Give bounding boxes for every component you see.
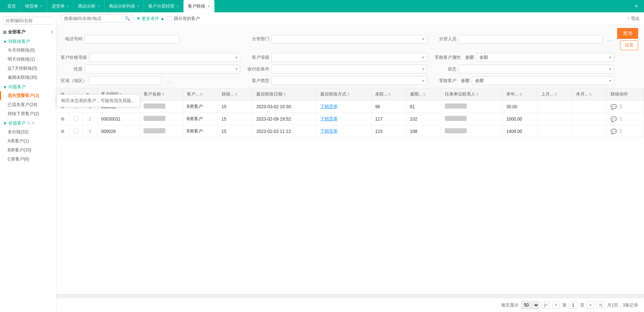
nature-select[interactable]: [85, 65, 240, 73]
main-search-button[interactable]: 🔍: [125, 16, 130, 21]
filter-cell-custtype: 客户类型 ▼: [247, 76, 427, 85]
filter-row-4: 区域（地区） … 客户类型 ▼ 零散客户 全部 全部 ▼: [61, 76, 640, 85]
level-select[interactable]: [271, 53, 427, 62]
sort-notcontact-icon: ⇅: [388, 93, 391, 96]
row-this-month: [572, 113, 607, 125]
row-name: [140, 125, 183, 138]
window-close-button[interactable]: ✕: [632, 4, 641, 9]
row-contact: 15: [218, 101, 253, 113]
region-input[interactable]: [89, 76, 162, 85]
dept-select[interactable]: [271, 35, 427, 44]
manager-input[interactable]: [459, 35, 603, 44]
close-tab-customer-level[interactable]: ×: [177, 4, 179, 8]
tab-customer-link[interactable]: 客户联络 ×: [184, 0, 214, 12]
sidebar-item-churn-warning[interactable]: 流失预警客户(3): [0, 91, 56, 100]
row-settings[interactable]: ⚙: [56, 125, 69, 138]
close-tab-sales[interactable]: ×: [40, 4, 43, 8]
action-chat-icon[interactable]: 💬: [611, 116, 617, 122]
sort-thisyear-icon: ⇅: [519, 93, 522, 96]
export-button[interactable]: ↑ 导出: [627, 16, 640, 22]
region-more-icon[interactable]: …: [164, 78, 173, 84]
payment-select[interactable]: [271, 65, 427, 73]
close-tab-analysis-list[interactable]: ×: [137, 4, 140, 8]
row-last-contact-way[interactable]: 下销货单: [316, 125, 371, 138]
close-tab-customer-link[interactable]: ×: [208, 4, 210, 8]
total-info: 共1页，3条记录: [607, 302, 638, 308]
tab-sales[interactable]: 销货单 ×: [21, 0, 47, 12]
action-chat-icon[interactable]: 💬: [611, 104, 617, 110]
tab-analysis[interactable]: 商品分析 ×: [74, 0, 105, 12]
zeroretail-select-wrap: 全部 ▼: [472, 76, 614, 85]
section-problem[interactable]: ▼ 问题客户: [0, 82, 56, 91]
sidebar-item-churned[interactable]: 已流失客户(24): [0, 100, 56, 109]
th-name[interactable]: 客户名称⇅: [140, 88, 183, 101]
first-page-btn[interactable]: |<: [542, 301, 550, 309]
prev-page-btn[interactable]: <: [552, 301, 560, 309]
th-last-contact-date[interactable]: 最后联络日期⇅: [253, 88, 316, 101]
th-this-year[interactable]: 本年...⇅: [503, 88, 538, 101]
my-customers-checkbox[interactable]: [168, 16, 172, 21]
edit-icon[interactable]: ✎: [32, 121, 35, 126]
refresh-icon[interactable]: ↻: [27, 121, 31, 126]
row-settings[interactable]: ⚙: [56, 113, 69, 125]
th-type[interactable]: 客户...⇅: [183, 88, 218, 101]
sidebar-search-input[interactable]: [5, 18, 56, 23]
sidebar-item-ungrouped[interactable]: 未分组(32): [0, 127, 56, 137]
all-customers-header[interactable]: ⊞ 全部客户 《: [0, 28, 56, 37]
my-customers-toggle[interactable]: 我分管的客户: [168, 16, 200, 22]
zeroretail-select[interactable]: 全部: [472, 76, 614, 85]
horizontal-scrollbar[interactable]: [56, 294, 644, 298]
action-more-icon[interactable]: ⠿: [619, 129, 623, 134]
th-last-month[interactable]: 上月...⇅: [537, 88, 572, 101]
th-this-month[interactable]: 本月...⇅: [572, 88, 607, 101]
row-name: [140, 101, 183, 113]
sidebar-search-wrap[interactable]: 🔍: [3, 17, 53, 25]
close-tab-analysis[interactable]: ×: [98, 4, 100, 8]
query-button[interactable]: 查询: [617, 28, 638, 39]
sidebar-item-today[interactable]: 今天待联络(0): [0, 46, 56, 55]
section-value[interactable]: ▼ 价值客户 ↻ ✎: [0, 118, 56, 127]
sort-name-icon: ⇅: [162, 93, 165, 96]
sidebar-item-7days[interactable]: 近7天待联络(0): [0, 64, 56, 73]
more-conditions-btn[interactable]: ▼ 更多条件 ▲: [136, 16, 165, 22]
sidebar-item-declining[interactable]: 持续下滑客户(2): [0, 109, 56, 118]
settings-button[interactable]: 设置: [620, 40, 638, 50]
arrow-down-icon-3: ▼: [3, 121, 7, 126]
tab-home[interactable]: 首页: [3, 0, 21, 12]
row-action: 💬 ⠿: [607, 125, 644, 138]
row-checkbox[interactable]: [69, 125, 82, 138]
row-checkbox[interactable]: [69, 113, 82, 125]
tab-analysis-list[interactable]: 商品分析列表 ×: [105, 0, 144, 12]
zeroattr-select[interactable]: 全部: [476, 53, 614, 62]
action-more-icon[interactable]: ⠿: [619, 116, 623, 122]
row-action: 💬 ⠿: [607, 101, 644, 113]
last-page-btn[interactable]: >|: [596, 301, 605, 309]
th-overdue[interactable]: 逾期...⇅: [406, 88, 441, 101]
th-unit-contact[interactable]: 往来单位联系人⇅: [441, 88, 502, 101]
custtype-select[interactable]: [271, 76, 427, 85]
price-select[interactable]: [89, 53, 240, 62]
row-last-contact-way[interactable]: 下销货单: [316, 113, 371, 125]
sidebar-item-overdue[interactable]: 逾期未联络(30): [0, 73, 56, 82]
th-last-contact-way[interactable]: 最后联络方式⇅: [316, 88, 371, 101]
section-pending[interactable]: ▼ 待联络客户: [0, 37, 56, 46]
tab-customer-level[interactable]: 客户分层经营 ×: [144, 0, 184, 12]
phone-input[interactable]: [85, 35, 179, 44]
close-tab-purchase[interactable]: ×: [67, 4, 69, 8]
action-more-icon[interactable]: ⠿: [619, 104, 623, 110]
tab-purchase[interactable]: 进货单 ×: [47, 0, 74, 12]
sidebar-item-tomorrow[interactable]: 明天待联络(1): [0, 55, 56, 64]
manager-more-icon[interactable]: …: [605, 36, 614, 42]
th-not-contacted[interactable]: 未联...⇅: [371, 88, 406, 101]
page-size-select[interactable]: 50 20 100: [521, 301, 539, 309]
row-last-month: [537, 113, 572, 125]
action-chat-icon[interactable]: 💬: [611, 129, 617, 134]
row-last-contact-way[interactable]: 下销货单: [316, 101, 371, 113]
sidebar-item-class-a[interactable]: A类客户(1): [0, 137, 56, 146]
th-contact[interactable]: 联络...⇅: [218, 88, 253, 101]
next-page-btn[interactable]: >: [587, 301, 594, 309]
main-search-input[interactable]: [64, 16, 125, 21]
status-select[interactable]: [459, 65, 614, 73]
sidebar-item-class-c[interactable]: C类客户(6): [0, 155, 56, 164]
sidebar-item-class-b[interactable]: B类客户(33): [0, 146, 56, 155]
